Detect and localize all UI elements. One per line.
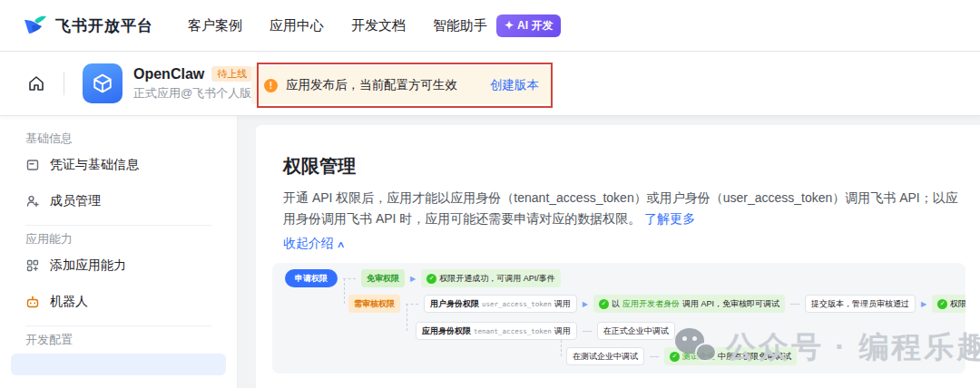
app-header: OpenClaw 待上线 正式应用@飞书个人版 ! 应用发布后，当前配置方可生效… <box>0 52 980 116</box>
flow-user-perm-box: 用户身份权限 user_access_token 调用 <box>424 295 577 313</box>
flow-no-review-tag: 免审权限 <box>361 269 405 287</box>
cube-icon <box>89 70 116 97</box>
banner-text: 应用发布后，当前配置方可生效 <box>286 77 457 93</box>
add-capability-icon <box>25 258 40 273</box>
flow-test-free-box: ✓ 测试企业 中所有权限免审调试 <box>664 347 797 365</box>
arrow-right-icon: ▶ <box>921 300 926 308</box>
platform-title: 飞书开放平台 <box>55 15 153 36</box>
credential-icon <box>25 158 40 172</box>
check-icon: ✓ <box>670 352 680 362</box>
permission-flow-diagram: 申请权限 免审权限 ▶ ✓ 权限开通成功，可调用 API/事件 需审核权限 <box>272 263 965 373</box>
flow-dash <box>790 304 799 305</box>
ai-dev-badge[interactable]: ✦ AI 开发 <box>496 15 561 37</box>
sidebar-divider <box>25 225 211 226</box>
page-description: 开通 API 权限后，应用才能以应用身份（tenant_access_token… <box>283 188 959 229</box>
flow-formal-debug-box: 在正式企业中调试 <box>597 322 675 340</box>
flow-user-token: user_access_token <box>482 300 552 308</box>
page-title: 权限管理 <box>283 154 965 179</box>
home-icon[interactable] <box>27 74 45 92</box>
flow-success-box-2: ✓ 权限开通成功，可调用 API/事件 <box>932 295 965 313</box>
flow-apply-permission: 申请权限 <box>285 269 338 287</box>
flow-row-no-review: 申请权限 免审权限 ▶ ✓ 权限开通成功，可调用 API/事件 <box>285 269 561 287</box>
flow-dash <box>406 304 418 305</box>
sidebar-item-label: 凭证与基础信息 <box>50 157 139 173</box>
learn-more-link[interactable]: 了解更多 <box>644 211 695 226</box>
top-nav: 飞书开放平台 客户案例 应用中心 开发文档 智能助手 ✦ AI 开发 <box>0 0 980 52</box>
arrow-right-icon: ▶ <box>583 300 588 308</box>
sidebar-section-dev-config: 开发配置 <box>0 332 237 348</box>
app-subtitle: 正式应用@飞书个人版 <box>133 85 252 102</box>
warning-icon: ! <box>264 79 278 92</box>
flow-review-tag: 需审核权限 <box>348 295 400 313</box>
top-nav-menu: 客户案例 应用中心 开发文档 智能助手 <box>188 17 487 34</box>
header-divider <box>64 72 64 95</box>
sidebar-divider <box>25 325 211 326</box>
flow-submit-box: 提交版本，管理员审核通过 <box>805 295 916 313</box>
sidebar-item-label: 添加应用能力 <box>50 257 126 274</box>
nav-app-center[interactable]: 应用中心 <box>270 17 324 34</box>
feishu-logo[interactable]: 飞书开放平台 <box>23 14 153 37</box>
collapse-intro-label: 收起介绍 <box>283 236 334 252</box>
sidebar-item-credentials[interactable]: 凭证与基础信息 <box>0 147 237 183</box>
flow-success-box: ✓ 权限开通成功，可调用 API/事件 <box>421 269 561 287</box>
flow-app-perm-suffix: 调用 <box>554 325 571 337</box>
flow-test-debug-box: 在测试企业中调试 <box>566 347 644 365</box>
flow-success-text: 权限开通成功，可调用 API/事件 <box>439 273 555 285</box>
check-icon: ✓ <box>426 274 436 284</box>
sidebar-item-label: 成员管理 <box>50 193 101 209</box>
sidebar-section-capabilities: 应用能力 <box>0 231 237 247</box>
flow-dev-call-box: ✓ 以 应用开发者身份 调用 API，免审核即可调试 <box>593 295 785 313</box>
sidebar-item-label: 机器人 <box>50 294 88 310</box>
description-text: 开通 API 权限后，应用才能以应用身份（tenant_access_token… <box>283 190 958 226</box>
nav-dev-docs[interactable]: 开发文档 <box>351 17 406 34</box>
publish-warning-banner: ! 应用发布后，当前配置方可生效 创建版本 <box>251 66 552 104</box>
sidebar-section-basic-info: 基础信息 <box>0 131 237 147</box>
sidebar-item-bot[interactable]: 机器人 <box>0 284 237 320</box>
flow-app-perm-label: 应用身份权限 <box>422 325 471 337</box>
content-background: 权限管理 开通 API 权限后，应用才能以应用身份（tenant_access_… <box>238 116 980 388</box>
permission-management-card: 权限管理 开通 API 权限后，应用才能以应用身份（tenant_access_… <box>256 125 980 388</box>
flow-test-suffix: 中所有权限免审调试 <box>718 351 791 363</box>
sidebar-item-selected-partial[interactable] <box>11 354 226 375</box>
ai-dev-badge-label: AI 开发 <box>517 18 553 34</box>
flow-dev-call-green: 应用开发者身份 <box>622 298 680 310</box>
flow-tenant-token: tenant_access_token <box>474 327 552 335</box>
flow-row-test: 在测试企业中调试 ✓ 测试企业 中所有权限免审调试 <box>566 347 797 365</box>
app-identity: OpenClaw 待上线 正式应用@飞书个人版 <box>133 66 252 102</box>
arrow-right-icon: ▶ <box>410 275 416 283</box>
sidebar-item-add-capability[interactable]: 添加应用能力 <box>0 247 237 284</box>
member-add-icon <box>25 194 40 209</box>
app-name: OpenClaw <box>133 66 204 82</box>
flow-dash <box>650 356 659 357</box>
robot-icon <box>25 295 40 309</box>
flow-app-perm-box: 应用身份权限 tenant_access_token 调用 <box>416 322 577 340</box>
flow-dash <box>583 331 592 332</box>
flow-dev-call-suffix: 调用 API，免审核即可调试 <box>682 298 779 310</box>
sparkle-icon: ✦ <box>505 19 514 32</box>
feishu-bird-icon <box>23 14 48 37</box>
flow-dev-call-prefix: 以 <box>612 298 620 310</box>
sidebar-item-members[interactable]: 成员管理 <box>0 183 237 219</box>
status-badge: 待上线 <box>211 66 252 82</box>
app-avatar <box>83 63 122 103</box>
check-icon: ✓ <box>599 299 609 309</box>
nav-ai-assistant[interactable]: 智能助手 <box>433 17 487 34</box>
flow-user-perm-label: 用户身份权限 <box>430 298 479 310</box>
chevron-up-icon: ∧ <box>337 239 346 249</box>
nav-customer-cases[interactable]: 客户案例 <box>188 17 242 34</box>
feishu-open-platform-page: 飞书开放平台 客户案例 应用中心 开发文档 智能助手 ✦ AI 开发 OpenC… <box>0 0 980 388</box>
sidebar: 基础信息 凭证与基础信息 成员管理 应用能力 <box>0 116 238 388</box>
flow-row-review: 需审核权限 用户身份权限 user_access_token 调用 ▶ ✓ 以 … <box>348 295 965 313</box>
flow-dash <box>343 278 356 279</box>
create-version-button[interactable]: 创建版本 <box>490 77 539 93</box>
collapse-intro-link[interactable]: 收起介绍 ∧ <box>283 236 344 252</box>
flow-row-tenant: 应用身份权限 tenant_access_token 调用 在正式企业中调试 <box>416 322 675 340</box>
check-icon: ✓ <box>937 299 947 309</box>
flow-test-green: 测试企业 <box>682 351 715 363</box>
flow-success-text-2: 权限开通成功，可调用 API/事件 <box>950 298 965 310</box>
flow-user-perm-suffix: 调用 <box>554 298 571 310</box>
